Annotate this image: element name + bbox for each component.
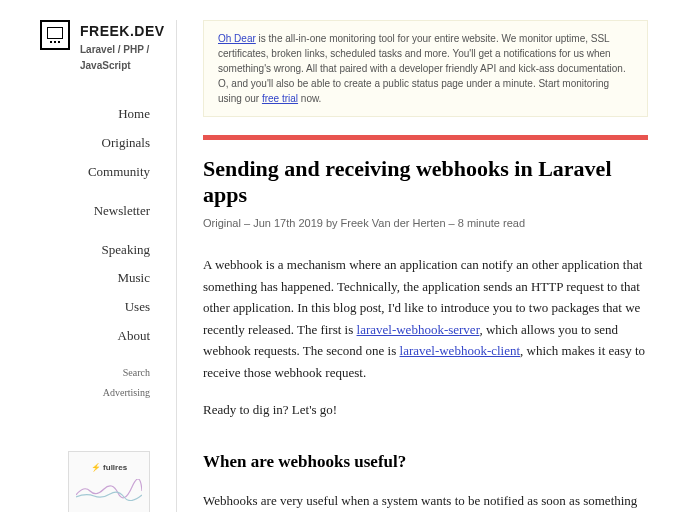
nav-community[interactable]: Community (40, 162, 150, 183)
link-webhook-server[interactable]: laravel-webhook-server (357, 322, 480, 337)
carbon-ad[interactable]: ⚡ fullres Track stats and engagement on … (40, 451, 150, 512)
accent-bar (203, 135, 648, 140)
nav-home[interactable]: Home (40, 104, 150, 125)
nav-originals[interactable]: Originals (40, 133, 150, 154)
promo-banner: Oh Dear is the all-in-one monitoring too… (203, 20, 648, 117)
nav-search[interactable]: Search (40, 365, 150, 381)
nav-about[interactable]: About (40, 326, 150, 347)
sidebar-nav: Home Originals Community Newsletter Spea… (40, 104, 150, 400)
article-meta: Original – Jun 17th 2019 by Freek Van de… (203, 215, 648, 233)
carbon-ad-image: ⚡ fullres (68, 451, 150, 512)
site-header: FREEK.DEV Laravel / PHP / JavaScript (40, 20, 150, 74)
nav-speaking[interactable]: Speaking (40, 240, 150, 261)
vertical-divider (176, 20, 177, 512)
sparkline-icon (76, 479, 142, 501)
article-body: A webhook is a mechanism where an applic… (203, 254, 648, 512)
logo-icon[interactable] (40, 20, 70, 50)
article-title: Sending and receiving webhooks in Larave… (203, 156, 648, 209)
promo-link-ohdear[interactable]: Oh Dear (218, 33, 256, 44)
nav-music[interactable]: Music (40, 268, 150, 289)
nav-advertising[interactable]: Advertising (40, 385, 150, 401)
site-title[interactable]: FREEK.DEV (80, 20, 165, 42)
link-webhook-client[interactable]: laravel-webhook-client (400, 343, 521, 358)
site-tagline: Laravel / PHP / JavaScript (80, 42, 165, 74)
promo-link-trial[interactable]: free trial (262, 93, 298, 104)
nav-uses[interactable]: Uses (40, 297, 150, 318)
nav-newsletter[interactable]: Newsletter (40, 201, 150, 222)
section-heading: When are webhooks useful? (203, 448, 648, 475)
